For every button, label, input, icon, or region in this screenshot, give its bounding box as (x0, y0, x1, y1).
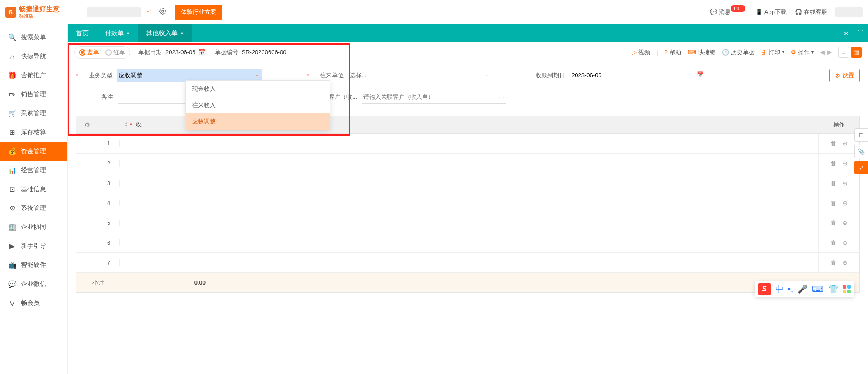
calendar-icon[interactable]: 📅 (697, 71, 703, 78)
hotkey-action[interactable]: ⌨快捷键 (688, 48, 716, 56)
messages-link[interactable]: 💬 消息 99+ (710, 8, 747, 16)
video-action[interactable]: ▷视频 (632, 48, 650, 56)
tab-close-all-icon[interactable]: ✕ (842, 28, 851, 39)
table-row[interactable]: 6🗑⊕ (76, 233, 859, 253)
table-settings-icon[interactable]: ⚙ (76, 122, 98, 128)
brand-logo: 6 畅捷通好生意 标准版 (5, 5, 60, 19)
sidebar-item-5[interactable]: ⊞库存核算 (0, 123, 67, 142)
form-settings-button[interactable]: ⚙ 设置 (829, 69, 860, 82)
delete-row-icon[interactable]: 🗑 (830, 160, 836, 167)
app-download-link[interactable]: 📱 App下载 (755, 8, 787, 16)
tab-close-icon[interactable]: × (180, 30, 184, 37)
operate-action[interactable]: ⚙操作▾ (791, 48, 814, 56)
next-doc-icon[interactable]: ▶ (827, 49, 832, 56)
rail-attach-icon[interactable]: 📎 (854, 145, 868, 158)
add-row-icon[interactable]: ⊕ (843, 220, 848, 226)
delete-row-icon[interactable]: 🗑 (830, 200, 836, 206)
sidebar-item-3[interactable]: 🛍销售管理 (0, 85, 67, 104)
ime-skin-icon[interactable]: 👕 (828, 284, 838, 294)
add-row-icon[interactable]: ⊕ (843, 259, 848, 266)
ime-punct-icon[interactable]: •, (788, 285, 793, 294)
tab-2[interactable]: 其他收入单× (138, 24, 192, 42)
rail-note-icon[interactable]: 🗒 (854, 128, 868, 142)
row-cell[interactable] (120, 154, 819, 173)
sidebar-item-14[interactable]: V畅会员 (0, 294, 67, 313)
ime-toolbar[interactable]: S 中 •, 🎤 ⌨ 👕 (755, 281, 854, 297)
tab-1[interactable]: 付款单× (97, 24, 138, 42)
row-cell[interactable] (120, 213, 819, 233)
more-icon[interactable]: ··· (498, 93, 505, 100)
help-action[interactable]: ?帮助 (665, 48, 681, 56)
row-cell[interactable] (120, 193, 819, 213)
dropdown-item-2[interactable]: 应收调整 (186, 113, 330, 130)
row-cell[interactable] (120, 253, 819, 272)
related-customer-input[interactable] (362, 90, 506, 104)
add-row-icon[interactable]: ⊕ (843, 180, 848, 187)
radio-red[interactable]: 红单 (105, 48, 125, 56)
partner-input[interactable] (348, 69, 493, 82)
table-row[interactable]: 3🗑⊕ (76, 173, 859, 193)
print-action[interactable]: 🖨打印▾ (761, 48, 784, 56)
sidebar-item-12[interactable]: 📺智能硬件 (0, 256, 67, 275)
row-cell[interactable] (120, 134, 819, 153)
table-row[interactable]: 4🗑⊕ (76, 193, 859, 213)
add-row-icon[interactable]: ⊕ (843, 160, 848, 167)
delete-row-icon[interactable]: 🗑 (830, 140, 836, 147)
sidebar-item-10[interactable]: 🏢企业协同 (0, 218, 67, 237)
sidebar-item-6[interactable]: 💰资金管理 (0, 142, 67, 161)
history-action[interactable]: 🕒历史单据 (722, 48, 755, 56)
sidebar-item-4[interactable]: 🛒采购管理 (0, 104, 67, 123)
brand-logo-icon: 6 (5, 7, 16, 18)
sidebar-item-8[interactable]: ⊡基础信息 (0, 180, 67, 199)
rail-expand-icon[interactable]: ⤢ (854, 161, 868, 174)
table-row[interactable]: 5🗑⊕ (76, 213, 859, 233)
ime-lang-label[interactable]: 中 (775, 284, 783, 295)
online-service-link[interactable]: 🎧 在线客服 (795, 8, 827, 16)
user-avatar[interactable] (835, 7, 863, 17)
tab-fullscreen-icon[interactable]: ⛶ (855, 28, 865, 39)
add-row-icon[interactable]: ⊕ (843, 140, 848, 147)
table-row[interactable]: 1🗑⊕ (76, 134, 859, 154)
settings-gear-icon[interactable] (159, 8, 166, 16)
row-cell[interactable] (120, 233, 819, 252)
ime-menu-icon[interactable] (843, 285, 851, 293)
delete-row-icon[interactable]: 🗑 (830, 239, 836, 246)
hotkey-label: 快捷键 (698, 48, 716, 56)
sidebar-item-label: 销售管理 (21, 90, 46, 98)
try-industry-button[interactable]: 体验行业方案 (175, 5, 222, 20)
chevron-up-icon[interactable]: ︿ (255, 71, 260, 79)
view-list-button[interactable]: ≡ (838, 47, 849, 58)
sidebar-item-7[interactable]: 📊经营管理 (0, 161, 67, 180)
delete-row-icon[interactable]: 🗑 (830, 259, 836, 266)
sidebar-item-11[interactable]: ▶新手引导 (0, 237, 67, 256)
more-icon[interactable]: ··· (485, 71, 491, 78)
delete-row-icon[interactable]: 🗑 (830, 180, 836, 187)
due-date-input[interactable] (570, 69, 705, 82)
dropdown-item-0[interactable]: 现金收入 (186, 81, 330, 97)
ime-mic-icon[interactable]: 🎤 (797, 284, 807, 294)
table-row[interactable]: 2🗑⊕ (76, 154, 859, 173)
field-related-customer: 关联客户（收... ··· (307, 90, 506, 104)
org-selector[interactable]: ﹀ (87, 7, 151, 17)
row-cell[interactable] (120, 173, 819, 193)
add-row-icon[interactable]: ⊕ (843, 239, 848, 246)
dropdown-item-1[interactable]: 往来收入 (186, 97, 330, 113)
tab-bar: 首页付款单×其他收入单× ✕ ⛶ (68, 24, 868, 42)
sidebar-item-13[interactable]: 💬企业微信 (0, 275, 67, 294)
calendar-icon[interactable]: 📅 (198, 49, 206, 56)
sidebar-item-2[interactable]: 🎁营销推广 (0, 66, 67, 85)
sidebar-item-1[interactable]: ⌂快捷导航 (0, 47, 67, 66)
tab-0[interactable]: 首页 (68, 24, 97, 42)
table-row[interactable]: 7🗑⊕ (76, 253, 859, 273)
sidebar-item-0[interactable]: 🔍搜索菜单 (0, 28, 67, 47)
radio-blue[interactable]: 蓝单 (79, 48, 99, 56)
tab-close-icon[interactable]: × (127, 30, 130, 37)
prev-doc-icon[interactable]: ◀ (820, 49, 825, 56)
ime-keyboard-icon[interactable]: ⌨ (812, 284, 824, 294)
sidebar-item-9[interactable]: ⚙系统管理 (0, 199, 67, 218)
view-card-button[interactable]: ▦ (851, 47, 862, 58)
sidebar-item-label: 企业微信 (21, 280, 46, 288)
add-row-icon[interactable]: ⊕ (843, 200, 848, 206)
doc-date-value[interactable]: 2023-06-06 (165, 49, 196, 56)
delete-row-icon[interactable]: 🗑 (830, 220, 836, 226)
